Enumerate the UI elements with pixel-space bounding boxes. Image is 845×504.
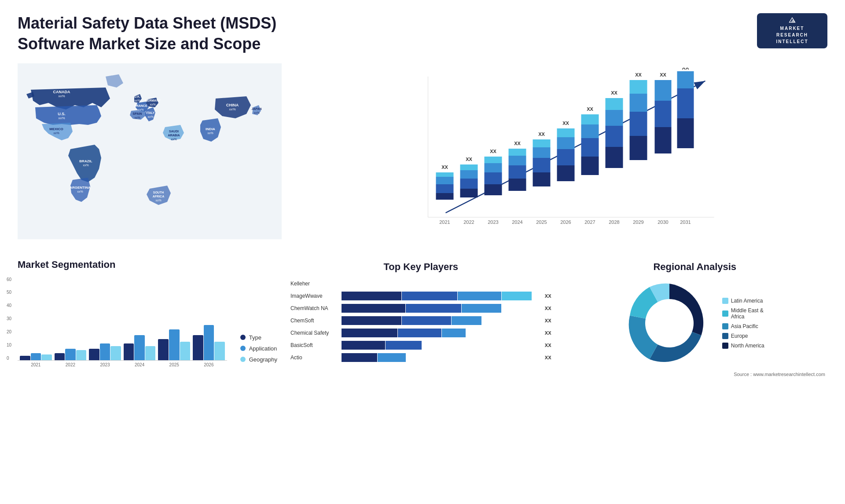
seg-bars-container: 0 10 20 30 40 50 60 [18,277,227,367]
y-label-40: 40 [7,303,11,308]
svg-text:2026: 2026 [560,219,571,225]
france-label: FRANCE [134,104,147,107]
svg-rect-85 [677,71,694,88]
svg-text:XX: XX [441,164,448,170]
svg-rect-68 [606,110,623,126]
seg-chart-area: 0 10 20 30 40 50 60 [18,277,282,367]
player-bar-imagewwave [342,292,540,300]
svg-text:XX: XX [538,131,545,137]
svg-rect-63 [581,114,599,124]
svg-text:xx%: xx% [134,99,140,102]
svg-text:2023: 2023 [488,219,498,225]
svg-rect-39 [485,157,502,163]
svg-text:xx%: xx% [207,131,213,135]
seg-xlabel-2021: 2021 [20,362,52,367]
svg-rect-83 [677,118,694,148]
bottom-right: Top Key Players Kelleher ImageWwave [288,259,827,484]
seg-bar-geo-2023 [110,346,121,360]
southafrica-label: SOUTH [153,191,164,194]
seg-bar-type-2025 [158,339,169,360]
seg-bar-type-2026 [193,335,203,360]
svg-rect-60 [581,157,599,175]
seg-bar-app-2021 [31,353,41,360]
page-container: Material Safety Data Sheet (MSDS) Softwa… [0,0,845,504]
svg-text:XX: XX [466,157,472,162]
svg-rect-78 [655,127,672,153]
player-xx-actio: XX [545,355,551,360]
svg-text:2028: 2028 [609,219,619,225]
svg-text:XX: XX [514,141,521,146]
svg-text:xx%: xx% [229,107,235,111]
donut-chart-svg [625,279,713,367]
seg-year-2022 [55,277,87,360]
player-row-imagewwave: ImageWwave XX [290,292,551,300]
mexico-label: MEXICO [49,127,63,131]
svg-text:2024: 2024 [512,219,522,225]
svg-rect-80 [655,80,672,101]
player-row-chemsoft: ChemSoft XX [290,316,551,325]
svg-rect-62 [581,124,599,138]
svg-marker-1 [791,19,795,22]
svg-rect-61 [581,138,599,157]
us-label: U.S. [58,112,66,116]
seg-bars [18,277,227,361]
player-name-imagewwave: ImageWwave [290,293,339,299]
player-xx-chemwatchna: XX [545,306,551,311]
svg-rect-84 [677,88,694,118]
seg-year-2023 [89,277,121,360]
svg-rect-75 [630,80,647,94]
reg-label-mea: Middle East &Africa [731,307,764,320]
logo-text: MARKETRESEARCHINTELLECT [776,25,808,45]
player-row-chemicalsafety: Chemical Safety XX [290,329,551,337]
y-label-50: 50 [7,290,11,295]
svg-text:AFRICA: AFRICA [153,195,164,198]
svg-text:XX: XX [562,121,569,126]
seg-bar-geo-2021 [41,354,52,360]
svg-rect-44 [509,156,526,165]
seg-bar-geo-2022 [76,350,87,360]
seg-xlabel-2024: 2024 [124,362,156,367]
player-bar-chemsoft [342,316,540,325]
player-name-actio: Actio [290,354,339,361]
svg-text:2025: 2025 [536,219,547,225]
player-xx-chemicalsafety: XX [545,330,551,336]
svg-text:xx%: xx% [134,116,140,119]
logo-icon [783,17,801,23]
svg-text:xx%: xx% [254,111,259,114]
svg-rect-31 [460,179,478,189]
player-xx-chemsoft: XX [545,318,551,323]
italy-label: ITALY [146,111,154,114]
svg-text:XX: XX [490,149,496,154]
legend-geography-label: Geography [249,356,277,363]
svg-rect-43 [509,165,526,179]
svg-text:XX: XX [635,72,642,77]
player-name-basicsoft: BasicSoft [290,342,339,348]
reg-legend-northamerica: North America [722,343,764,349]
reg-color-mea [722,310,728,317]
svg-text:2030: 2030 [658,219,668,225]
legend-type-dot [240,335,246,340]
japan-label: JAPAN [251,107,261,110]
header: Material Safety Data Sheet (MSDS) Softwa… [18,13,827,55]
reg-label-latin: Latin America [731,298,763,304]
y-label-20: 20 [7,329,11,334]
player-name-chemicalsafety: Chemical Safety [290,330,339,336]
logo-box: MARKETRESEARCHINTELLECT [757,13,827,48]
india-label: INDIA [206,127,215,131]
seg-bar-type-2023 [89,349,99,360]
regional-section: Regional Analysis [562,259,828,484]
svg-rect-37 [485,172,502,184]
logo-area: MARKETRESEARCHINTELLECT [757,13,827,48]
argentina-label: ARGENTINA [70,186,91,190]
key-players-section: Top Key Players Kelleher ImageWwave [288,259,554,484]
svg-rect-26 [436,177,454,184]
svg-text:xx%: xx% [53,131,59,135]
reg-label-asia: Asia Pacific [731,323,758,329]
player-xx-imagewwave: XX [545,293,551,299]
svg-rect-25 [436,184,454,193]
seg-bar-app-2024 [134,335,145,360]
regional-content: Latin America Middle East &Africa Asia P… [565,279,826,367]
seg-xlabel-2025: 2025 [158,362,190,367]
player-row-kelleher: Kelleher [290,279,551,288]
seg-xlabel-2026: 2026 [193,362,225,367]
